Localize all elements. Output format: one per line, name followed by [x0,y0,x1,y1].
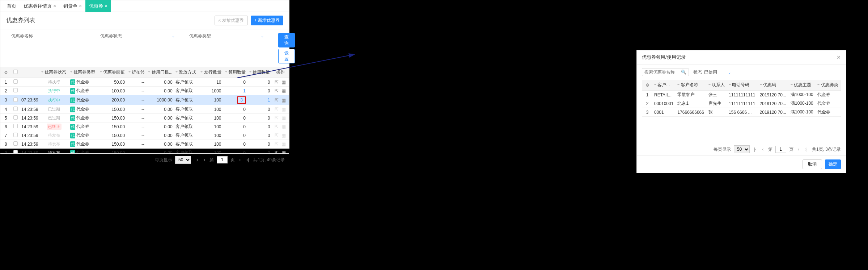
gear-icon[interactable]: ⚙ [645,83,649,88]
col-face-value[interactable]: 优惠券面值 [97,67,126,78]
use-qty-link[interactable]: 1 [268,97,270,103]
col-status[interactable]: 优惠券状态 [40,67,69,78]
row-checkbox[interactable] [13,124,18,128]
checkbox-all[interactable] [13,70,18,74]
qr-icon: ▦ [281,107,286,112]
mcol-subject[interactable]: 优惠主题 [789,80,816,91]
issue-icon: ⎋ [219,18,221,23]
page-input[interactable] [217,156,228,163]
table-row[interactable]: 1待执行代代金券50.00--0.00客户领取1000⇱▦ [0,78,289,87]
chevron-down-icon[interactable]: ⌄ [728,70,731,74]
col-discount[interactable]: 折扣% [126,67,146,78]
chevron-down-icon: ⌄ [261,34,264,38]
share-icon[interactable]: ⇱ [275,88,279,94]
col-threshold[interactable]: 使用门槛... [146,67,174,78]
col-claim-qty[interactable]: 领用数量 [223,67,247,78]
issue-coupon-button[interactable]: ⎋发放优惠券 [215,16,248,25]
table-row[interactable]: 2执行中代代金券100.00--0.00客户领取100010⇱▦ [0,87,289,95]
row-checkbox[interactable] [13,133,18,137]
row-checkbox[interactable] [13,141,18,146]
table-row[interactable]: 614 23:59已终止代代金券150.00--0.00客户领取10000⇱▦ [0,122,289,131]
next-page-icon[interactable]: › [796,147,801,152]
search-button[interactable]: 查询 [278,33,295,47]
modal-state-label: 状态 [693,69,702,75]
row-checkbox[interactable] [13,88,18,92]
last-page-icon[interactable]: ›| [245,157,250,162]
mcol-cust-name[interactable]: 客户名称 [676,80,707,91]
usage-record-modal: 优惠券领用/使用记录 ✕ 🔍 状态 已使用 ⌄ ⚙ 客户... 客户名称 [636,50,846,173]
share-icon[interactable]: ⇱ [275,79,279,85]
gear-icon[interactable]: ⚙ [4,70,8,75]
per-page-select[interactable]: 50 [175,156,191,164]
table-row[interactable]: 3000117666666666张156 6666 ...2019120 70.… [642,108,841,117]
search-icon[interactable]: 🔍 [681,70,686,75]
table-row[interactable]: 714 23:59待发布代代金券150.00--0.00客户领取10000⇱▦ [0,131,289,140]
cancel-button[interactable]: 取消 [803,159,822,169]
table-row[interactable]: 307 23:59执行中代代金券200.00--1000.00客户领取10031… [0,95,289,105]
mcol-phone[interactable]: 电话号码 [727,80,758,91]
modal-state-value[interactable]: 已使用 [704,69,726,75]
type-badge-icon: 代 [70,150,75,153]
modal-per-page-select[interactable]: 50 [734,145,750,153]
col-use-qty[interactable]: 使用数量 [247,67,271,78]
page-title: 优惠券列表 [6,17,35,24]
tab-优惠券详情页[interactable]: 优惠券详情页✕ [20,0,60,12]
coupon-table-wrap: ⚙ 优惠券状态 优惠券类型 优惠券面值 折扣% 使用门槛... 发放方式 发行数… [0,67,289,153]
qr-icon[interactable]: ▦ [281,97,286,103]
filter-name-input[interactable] [35,33,86,39]
tab-优惠券[interactable]: 优惠券✕ [85,0,111,12]
close-icon[interactable]: ✕ [837,54,841,60]
modal-search-box[interactable]: 🔍 [642,68,689,76]
table-row[interactable]: 1RETAIL...零散客户张三111111111112019120 70...… [642,91,841,99]
table-row[interactable]: 814 23:59待发布代代金券150.00--0.00客户领取10000⇱▦ [0,140,289,149]
close-icon[interactable]: ✕ [79,4,82,8]
filter-type-select[interactable]: ⌄ [213,34,264,38]
next-page-icon[interactable]: › [238,157,242,162]
tab-销货单[interactable]: 销货单✕ [60,0,85,12]
first-page-icon[interactable]: |‹ [194,157,199,162]
add-coupon-button[interactable]: + 新增优惠券 [251,16,283,25]
row-checkbox[interactable] [13,79,18,84]
status-badge: 执行中 [47,88,61,94]
chevron-down-icon: ⌄ [172,34,175,38]
mcol-contact[interactable]: 联系人 [707,80,727,91]
close-icon[interactable]: ✕ [105,4,107,8]
tab-首页[interactable]: 首页 [3,0,20,12]
table-row[interactable]: 200010001北京1唐先生111111111112019120 70...满… [642,99,841,108]
close-icon[interactable]: ✕ [53,4,56,8]
last-page-icon[interactable]: ›| [804,147,809,152]
settings-button[interactable]: 设置 [278,49,295,63]
status-badge: 待发布 [47,141,61,147]
row-checkbox[interactable] [13,115,18,120]
row-checkbox[interactable] [13,150,18,153]
col-type[interactable]: 优惠券类型 [69,67,98,78]
col-action: 操作 [271,67,289,78]
table-row[interactable]: 414 23:59已过期代代金券150.00--0.00客户领取10000⇱▦ [0,105,289,114]
col-issue-qty[interactable]: 发行数量 [198,67,223,78]
filter-status-select[interactable]: ⌄ [124,34,175,38]
prev-page-icon[interactable]: ‹ [202,157,207,162]
first-page-icon[interactable]: |‹ [753,147,758,152]
prev-page-icon[interactable]: ‹ [761,147,765,152]
row-checkbox[interactable] [13,107,18,111]
share-icon[interactable]: ⇱ [275,97,279,103]
table-row[interactable]: 514 23:59已过期代代金券150.00--0.00客户领取10000⇱▦ [0,114,289,122]
table-row[interactable]: 914 23:59待发布代代金券150.00--0.00客户领取10000⇱▦ [0,149,289,154]
row-checkbox[interactable] [13,97,18,102]
status-badge: 待发布 [47,132,61,138]
claim-qty-link[interactable]: 1 [243,88,246,94]
qr-icon: ▦ [281,133,286,138]
modal-page-input[interactable] [775,146,786,153]
mcol-cust-no[interactable]: 客户... [653,80,676,91]
col-issue-method[interactable]: 发放方式 [174,67,198,78]
qr-icon[interactable]: ▦ [281,88,286,94]
ok-button[interactable]: 确定 [825,159,841,169]
mcol-type[interactable]: 优惠券类 [816,80,841,91]
claim-qty-link[interactable]: 3 [237,96,246,104]
modal-search-input[interactable] [644,70,679,75]
qr-icon: ▦ [281,141,286,147]
type-badge-icon: 代 [70,133,75,138]
qr-icon[interactable]: ▦ [281,79,286,85]
mcol-code[interactable]: 优惠码 [758,80,789,91]
type-badge-icon: 代 [70,141,75,147]
